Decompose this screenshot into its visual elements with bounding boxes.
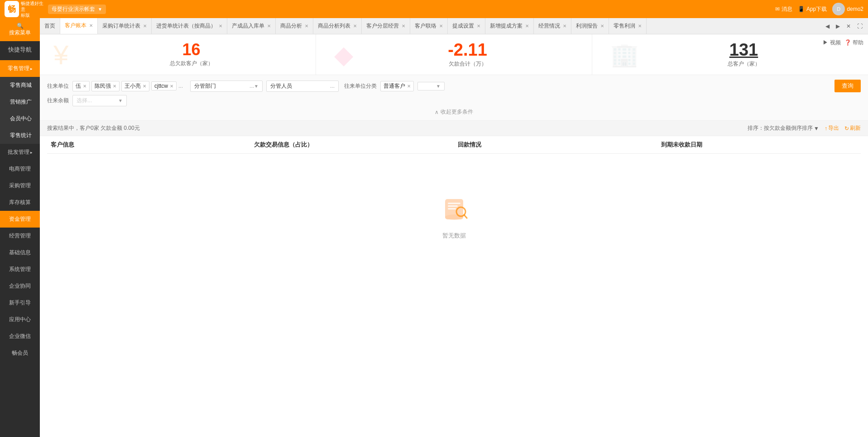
stat-block-customers: 16 总欠款客户（家） [40, 34, 316, 75]
sidebar-item-ecommerce[interactable]: 电商管理 [0, 161, 40, 177]
close-icon6[interactable]: ✕ [353, 24, 357, 28]
stat-total-number: 131 [729, 41, 758, 58]
sidebar-item-enterprise[interactable]: 企业协同 [0, 278, 40, 294]
tag-close-icon2[interactable]: ✕ [113, 84, 116, 89]
filter-tag-chen[interactable]: 陈民强 ✕ [91, 81, 120, 91]
sidebar-item-base-info[interactable]: 基础信息 [0, 244, 40, 261]
sidebar-item-app-center[interactable]: 应用中心 [0, 311, 40, 328]
balance-select[interactable]: 选择... ▼ [72, 95, 127, 106]
filter-tag-wang[interactable]: 王小亮 ✕ [121, 81, 149, 91]
sidebar-item-retail-stats[interactable]: 零售统计 [0, 127, 40, 144]
video-icon: ▶ [823, 39, 830, 46]
tab-product-in[interactable]: 产成品入库单 ✕ [227, 18, 276, 34]
help-button[interactable]: ❓ 帮助 [844, 39, 863, 47]
tab-maximize[interactable]: ⛶ [855, 23, 864, 29]
messages-button[interactable]: ✉ 消息 [775, 5, 792, 13]
top-right-actions: ✉ 消息 📱 App下载 D demo2 [775, 3, 863, 15]
result-bar: 搜索结果中，客户0家 欠款金额 0.00元 排序：按欠款金额倒序排序 ▼ ↑ 导… [40, 121, 868, 136]
svg-rect-2 [448, 203, 460, 204]
tag-close-icon5[interactable]: ✕ [407, 84, 411, 89]
search-menu-button[interactable]: 🔍 搜索菜单 [0, 18, 40, 41]
close-icon[interactable]: ✕ [89, 23, 93, 28]
close-icon4[interactable]: ✕ [267, 24, 271, 28]
empty-icon [436, 190, 472, 226]
empty-state: 暂无数据 [47, 154, 861, 276]
stat-debt-number: -2.11 [448, 41, 487, 58]
sidebar-item-purchase[interactable]: 采购管理 [0, 177, 40, 194]
refresh-button[interactable]: ↻ 刷新 [844, 124, 861, 132]
tab-goods-list[interactable]: 商品分析列表 ✕ [313, 18, 362, 34]
tab-goods-stats[interactable]: 进货单统计表（按商品） ✕ [152, 18, 227, 34]
tab-goods-analysis[interactable]: 商品分析 ✕ [276, 18, 313, 34]
tab-commission-setting[interactable]: 提成设置 ✕ [448, 18, 485, 34]
chevron-icon2: ▸ [30, 150, 33, 155]
balance-label: 往来余额 [47, 97, 69, 104]
tab-profit[interactable]: 利润报告 ✕ [571, 18, 609, 34]
tab-customer-ledger[interactable]: 客户账本 ✕ [60, 18, 98, 34]
app-download-button[interactable]: 📱 App下载 [798, 5, 827, 13]
sidebar-item-vip[interactable]: 畅会员 [0, 345, 40, 361]
tab-retail-profit[interactable]: 零售利润 ✕ [609, 18, 647, 34]
tab-customer-tier[interactable]: 客户分层经营 ✕ [362, 18, 410, 34]
sidebar-item-operations[interactable]: 经营管理 [0, 228, 40, 244]
close-icon13[interactable]: ✕ [638, 24, 642, 28]
tag-close-icon4[interactable]: ✕ [170, 84, 173, 89]
tab-customer-contact[interactable]: 客户联络 ✕ [410, 18, 448, 34]
unit-type-label: 往来单位分类 [344, 82, 377, 90]
close-icon5[interactable]: ✕ [305, 24, 308, 28]
sort-label: 排序：按欠款金额倒序排序 [748, 124, 813, 132]
sidebar-item-finance[interactable]: 资金管理 [0, 211, 40, 228]
close-icon2[interactable]: ✕ [143, 24, 147, 28]
stat-debt-label: 欠款合计（万） [449, 60, 487, 68]
sidebar-item-quick-nav[interactable]: 快捷导航 [0, 41, 40, 58]
close-icon8[interactable]: ✕ [439, 24, 443, 28]
sidebar-item-wholesale[interactable]: 批发管理 ▸ [0, 144, 40, 161]
sort-select[interactable]: 排序：按欠款金额倒序排序 ▼ [748, 124, 819, 132]
sidebar-item-member[interactable]: 会员中心 [0, 110, 40, 127]
sidebar-item-system[interactable]: 系统管理 [0, 261, 40, 278]
collapse-button[interactable]: ∧ 收起更多条件 [47, 108, 861, 116]
filter-more-tags[interactable]: ... [178, 83, 183, 89]
stat-customers-label: 总欠款客户（家） [170, 60, 213, 67]
filter-tag-wu[interactable]: 伍 ✕ [72, 81, 90, 91]
sidebar-item-guide[interactable]: 新手引导 [0, 294, 40, 311]
tab-business[interactable]: 经营情况 ✕ [534, 18, 571, 34]
video-button[interactable]: ▶ 视频 [823, 39, 840, 47]
query-button[interactable]: 查询 [834, 80, 861, 92]
person-select[interactable]: 分管人员 ... [266, 81, 339, 92]
tab-scroll-right[interactable]: ▶ [834, 23, 842, 29]
col-customer-info: 客户信息 [47, 141, 250, 149]
sidebar-item-retail-mall[interactable]: 零售商城 [0, 77, 40, 94]
filter-tag-normal-customer[interactable]: 普通客户 ✕ [380, 81, 414, 91]
tab-home[interactable]: 首页 [40, 18, 60, 34]
stat-customers-number: 16 [182, 42, 200, 58]
close-icon12[interactable]: ✕ [600, 24, 604, 28]
table-header: 客户信息 欠款交易信息（占比） 回款情况 到期未收款日期 [47, 136, 861, 154]
unit-type-select[interactable]: ▼ [417, 82, 445, 90]
tag-close-icon3[interactable]: ✕ [143, 84, 146, 89]
result-summary: 搜索结果中，客户0家 欠款金额 0.00元 [47, 124, 140, 132]
close-icon10[interactable]: ✕ [525, 24, 529, 28]
tab-close-all[interactable]: ✕ [844, 23, 853, 29]
dept-more-icon: ... [249, 83, 254, 89]
chevron-down-icon: ▼ [98, 7, 102, 12]
tab-purchase-stats[interactable]: 采购订单统计表 ✕ [98, 18, 152, 34]
close-icon9[interactable]: ✕ [477, 24, 480, 28]
export-button[interactable]: ↑ 导出 [825, 124, 839, 132]
filter-tag-cjttcw[interactable]: cjttcw ✕ [151, 81, 177, 90]
sidebar-item-wechat[interactable]: 企业微信 [0, 328, 40, 345]
sidebar-item-inventory[interactable]: 库存核算 [0, 194, 40, 211]
right-panel: 首页 客户账本 ✕ 采购订单统计表 ✕ 进货单统计表（按商品） ✕ 产成品入库单… [40, 18, 868, 437]
close-icon3[interactable]: ✕ [219, 24, 222, 28]
sidebar-nav: 零售管理 ▸ 零售商城 营销推广 会员中心 零售统计 批发管理 ▸ 电商管理 [0, 58, 40, 363]
sidebar-item-retail[interactable]: 零售管理 ▸ [0, 60, 40, 77]
workspace-selector[interactable]: 母婴行业演示帐套 ▼ [48, 5, 106, 14]
user-menu[interactable]: D demo2 [832, 3, 863, 15]
close-icon7[interactable]: ✕ [402, 24, 405, 28]
tab-new-commission[interactable]: 新增提成方案 ✕ [485, 18, 534, 34]
close-icon11[interactable]: ✕ [563, 24, 566, 28]
dept-select[interactable]: 分管部门 ... ▼ [190, 81, 263, 92]
tab-scroll-left[interactable]: ◀ [824, 23, 831, 29]
sidebar-item-marketing[interactable]: 营销推广 [0, 94, 40, 110]
tag-close-icon[interactable]: ✕ [83, 84, 86, 89]
